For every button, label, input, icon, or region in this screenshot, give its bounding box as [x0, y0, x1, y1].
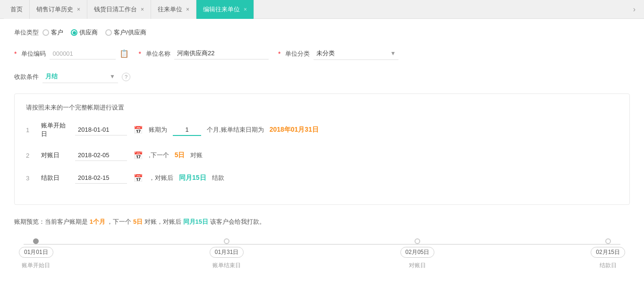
period-prefix: 账期为 — [149, 126, 167, 134]
point-desc-2: 对账日 — [409, 262, 426, 270]
tab-partner-label: 往来单位 — [158, 5, 182, 14]
calendar-icon-2[interactable]: 📅 — [134, 151, 143, 160]
tab-expand-button[interactable]: › — [628, 5, 640, 14]
point-desc-3: 结款日 — [600, 262, 617, 270]
reconcile-highlight: 5日 — [175, 151, 185, 160]
unit-code-star: * — [14, 50, 17, 58]
radio-customer-supplier-circle — [105, 29, 112, 36]
row-type-2: 对账日 — [41, 151, 69, 160]
tab-sales-history-close[interactable]: × — [77, 6, 80, 13]
payment-condition-field: 收款条件 月结 ▼ ? — [14, 70, 130, 83]
unit-type-field: 单位类型 客户 供应商 客户/供应商 — [14, 28, 146, 37]
point-label-1: 01月31日 — [210, 247, 244, 258]
tabs-bar: 首页 销售订单历史 × 钱货日清工作台 × 往来单位 × 编辑往来单位 × › — [0, 0, 644, 19]
point-label-0: 01月01日 — [19, 247, 53, 258]
preview-mid2: 对账，对账后 — [144, 218, 181, 225]
payment-condition-dropdown[interactable]: 月结 ▼ — [42, 70, 118, 83]
point-dot-0 — [33, 238, 39, 244]
radio-customer-circle — [42, 29, 49, 36]
tab-cash-work-label: 钱货日清工作台 — [94, 5, 137, 14]
panel-title: 请按照未来的一个完整帐期进行设置 — [26, 103, 618, 112]
timeline-point-3: 02月15日 结款日 — [591, 238, 625, 270]
tab-sales-history[interactable]: 销售订单历史 × — [30, 0, 87, 19]
unit-category-label: 单位分类 — [285, 50, 310, 58]
payment-condition-value: 月结 — [45, 72, 58, 81]
setting-row-1: 1 账单开始日 📅 账期为 个月,账单结束日期为 2018年01月31日 — [26, 121, 618, 138]
radio-supplier-label: 供应商 — [79, 28, 98, 37]
preview-highlight1: 1个月 — [90, 218, 105, 225]
timeline-points: 01月01日 账单开始日 01月31日 账单结束日 02月05日 对账日 02月… — [19, 238, 625, 270]
preview-mid1: ，下一个 — [107, 218, 131, 225]
settings-panel: 请按照未来的一个完整帐期进行设置 1 账单开始日 📅 账期为 个月,账单结束日期… — [14, 93, 630, 205]
preview-section: 账期预览：当前客户账期是 1个月 ，下一个 5日 对账，对账后 同月15日 该客… — [14, 216, 630, 227]
chevron-down-icon: ▼ — [390, 50, 396, 57]
radio-group: 客户 供应商 客户/供应商 — [42, 28, 146, 37]
timeline-wrapper: 01月01日 账单开始日 01月31日 账单结束日 02月05日 对账日 02月… — [14, 238, 630, 270]
main-content: 单位类型 客户 供应商 客户/供应商 * 单位编码 — [0, 19, 644, 287]
unit-category-star: * — [278, 50, 280, 58]
tab-cash-work-close[interactable]: × — [141, 6, 144, 13]
unit-code-input[interactable] — [50, 48, 116, 59]
preview-prefix: 账期预览：当前客户账期是 — [14, 218, 88, 225]
reconcile-date-input[interactable] — [75, 150, 127, 161]
unit-category-dropdown[interactable]: 未分类 ▼ — [314, 47, 398, 60]
payment-suffix: 结款 — [212, 174, 224, 182]
help-icon[interactable]: ? — [122, 73, 130, 81]
code-name-category-row: * 单位编码 📋 * 单位名称 * 单位分类 未分类 ▼ — [14, 47, 630, 60]
point-dot-1 — [224, 238, 229, 244]
payment-date-input[interactable] — [75, 172, 127, 184]
tab-home-label: 首页 — [10, 5, 23, 14]
radio-supplier-circle — [71, 29, 77, 36]
reconcile-prefix: ,下一个 — [149, 151, 169, 160]
end-date-highlight: 2018年01月31日 — [270, 126, 319, 134]
preview-highlight3: 同月15日 — [183, 218, 208, 225]
unit-type-label: 单位类型 — [14, 28, 39, 37]
timeline-point-1: 01月31日 账单结束日 — [210, 238, 244, 270]
radio-customer[interactable]: 客户 — [42, 28, 63, 37]
row-num-2: 2 — [26, 152, 35, 159]
setting-row-3: 3 结款日 📅 ，对账后 同月15日 结款 — [26, 172, 618, 184]
unit-name-label: 单位名称 — [146, 50, 170, 58]
unit-name-input[interactable] — [174, 48, 269, 59]
tab-cash-work[interactable]: 钱货日清工作台 × — [87, 0, 151, 19]
timeline-point-2: 02月05日 对账日 — [400, 238, 435, 270]
payment-highlight: 同月15日 — [179, 174, 206, 182]
payment-condition-label: 收款条件 — [14, 73, 39, 81]
unit-category-field: * 单位分类 未分类 ▼ — [278, 47, 398, 60]
period-suffix: 个月,账单结束日期为 — [207, 126, 264, 134]
row-type-3: 结款日 — [41, 174, 69, 182]
tab-partner-close[interactable]: × — [186, 6, 189, 13]
period-input[interactable] — [173, 124, 201, 136]
calendar-icon-3[interactable]: 📅 — [134, 174, 143, 183]
point-dot-2 — [415, 238, 420, 244]
tab-home[interactable]: 首页 — [4, 0, 30, 19]
tab-edit-partner-close[interactable]: × — [244, 6, 247, 13]
radio-supplier[interactable]: 供应商 — [71, 28, 98, 37]
tab-edit-partner-label: 编辑往来单位 — [203, 5, 240, 14]
payment-chevron-icon: ▼ — [110, 73, 115, 80]
radio-customer-supplier[interactable]: 客户/供应商 — [105, 28, 146, 37]
timeline-point-0: 01月01日 账单开始日 — [19, 238, 53, 270]
payment-prefix: ，对账后 — [149, 174, 173, 182]
row-num-3: 3 — [26, 175, 35, 182]
preview-suffix: 该客户会给我打款。 — [210, 218, 265, 225]
point-label-3: 02月15日 — [591, 247, 625, 258]
point-desc-1: 账单结束日 — [212, 262, 241, 270]
start-date-input[interactable] — [75, 124, 127, 135]
preview-highlight2: 5日 — [133, 218, 143, 225]
point-label-2: 02月05日 — [400, 247, 435, 258]
unit-name-star: * — [138, 50, 141, 58]
tab-edit-partner[interactable]: 编辑往来单位 × — [196, 0, 254, 19]
calendar-icon-1[interactable]: 📅 — [134, 126, 143, 135]
unit-code-label: 单位编码 — [21, 50, 46, 58]
reconcile-suffix: 对账 — [190, 151, 203, 160]
setting-row-2: 2 对账日 📅 ,下一个 5日 对账 — [26, 150, 618, 161]
tab-partner[interactable]: 往来单位 × — [151, 0, 196, 19]
unit-type-row: 单位类型 客户 供应商 客户/供应商 — [14, 28, 630, 37]
point-dot-3 — [605, 238, 611, 244]
unit-code-field: * 单位编码 📋 — [14, 48, 129, 59]
row-type-1: 账单开始日 — [41, 121, 69, 138]
row-num-1: 1 — [26, 127, 35, 134]
copy-icon[interactable]: 📋 — [119, 49, 129, 58]
unit-name-field: * 单位名称 — [138, 48, 268, 59]
